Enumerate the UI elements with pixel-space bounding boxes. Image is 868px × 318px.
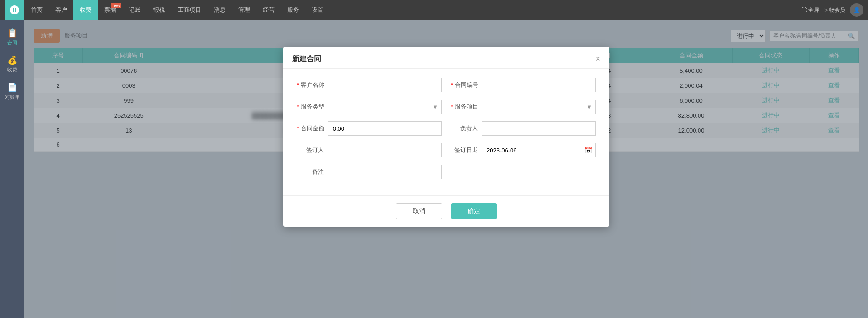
sign-date-wrapper: 📅 xyxy=(482,143,596,157)
sign-date-label: 签订日期 xyxy=(451,146,478,154)
play-icon: ▷ xyxy=(824,7,828,13)
avatar-icon: 👤 xyxy=(854,7,860,13)
modal-close-button[interactable]: × xyxy=(595,54,600,64)
remark-group: 备注 xyxy=(297,165,442,179)
signer-input[interactable] xyxy=(328,143,442,157)
right-tools: ⛶ 全屏 ▷ 畅会员 👤 xyxy=(801,3,863,17)
user-avatar[interactable]: 👤 xyxy=(850,3,863,17)
customer-name-input[interactable] xyxy=(328,78,442,92)
signer-group: 签订人 xyxy=(297,143,442,157)
nav-message[interactable]: 消息 xyxy=(207,0,232,20)
modal-footer: 取消 确定 xyxy=(283,195,609,227)
fullscreen-icon: ⛶ xyxy=(801,7,807,13)
nav-operation[interactable]: 经营 xyxy=(256,0,281,20)
nav-home[interactable]: 首页 xyxy=(24,0,49,20)
modal-body: 客户名称 合同编号 服务类型 xyxy=(283,69,609,195)
modal-overlay: 新建合同 × 客户名称 合同编号 xyxy=(24,20,868,318)
contract-no-label: 合同编号 xyxy=(451,81,478,89)
nav-bookkeeping[interactable]: 记账 xyxy=(122,0,147,20)
new-badge: new xyxy=(111,3,121,8)
sidebar-item-contract[interactable]: 📋 合同 xyxy=(0,24,24,50)
main-layout: 📋 合同 💰 收费 📄 对账单 新增 服务项目 进行中 已结束 全部 xyxy=(0,20,868,318)
service-type-label: 服务类型 xyxy=(297,103,324,111)
contract-amount-input[interactable] xyxy=(328,121,442,136)
fee-icon: 💰 xyxy=(7,55,17,65)
contract-no-input[interactable] xyxy=(482,78,596,92)
contract-amount-group: 合同金额 xyxy=(297,121,442,136)
form-row-3: 合同金额 负责人 xyxy=(297,121,596,136)
service-type-select-wrapper: ▼ xyxy=(328,100,442,114)
remark-input[interactable] xyxy=(328,165,442,179)
new-contract-modal: 新建合同 × 客户名称 合同编号 xyxy=(283,47,609,227)
form-row-1: 客户名称 合同编号 xyxy=(297,78,596,92)
nav-tax[interactable]: 报税 xyxy=(147,0,171,20)
nav-customer[interactable]: 客户 xyxy=(49,0,73,20)
service-item-label: 服务项目 xyxy=(451,103,478,111)
form-row-5: 备注 xyxy=(297,165,596,179)
responsible-label: 负责人 xyxy=(451,124,478,133)
remark-label: 备注 xyxy=(297,168,324,176)
service-type-group: 服务类型 ▼ xyxy=(297,100,442,114)
responsible-input[interactable] xyxy=(482,121,596,136)
nav-items: 首页 客户 收费 票据 new 记账 报税 工商项目 消息 管理 经营 服务 设… xyxy=(24,0,801,20)
sign-date-input[interactable] xyxy=(482,143,596,157)
contract-no-group: 合同编号 xyxy=(451,78,596,92)
sidebar-item-reconcile[interactable]: 📄 对账单 xyxy=(0,79,24,104)
member-button[interactable]: ▷ 畅会员 xyxy=(824,6,845,14)
sign-date-group: 签订日期 📅 xyxy=(451,143,596,157)
service-item-select[interactable] xyxy=(482,100,596,114)
nav-settings[interactable]: 设置 xyxy=(305,0,330,20)
cancel-button[interactable]: 取消 xyxy=(396,203,442,219)
nav-invoice[interactable]: 票据 new xyxy=(98,0,122,20)
modal-title: 新建合同 xyxy=(292,54,321,64)
form-row-2: 服务类型 ▼ 服务项目 xyxy=(297,100,596,114)
contract-icon: 📋 xyxy=(7,28,17,38)
customer-name-label: 客户名称 xyxy=(297,81,324,89)
sidebar-item-fee[interactable]: 💰 收费 xyxy=(0,52,24,77)
signer-label: 签订人 xyxy=(297,146,324,154)
modal-header: 新建合同 × xyxy=(283,47,609,69)
fullscreen-button[interactable]: ⛶ 全屏 xyxy=(801,6,819,14)
reconcile-icon: 📄 xyxy=(7,82,17,92)
app-logo xyxy=(5,0,24,20)
nav-fee[interactable]: 收费 xyxy=(73,0,98,20)
confirm-button[interactable]: 确定 xyxy=(451,203,497,219)
contract-amount-label: 合同金额 xyxy=(297,124,324,133)
customer-name-group: 客户名称 xyxy=(297,78,442,92)
nav-service[interactable]: 服务 xyxy=(281,0,305,20)
nav-business[interactable]: 工商项目 xyxy=(171,0,207,20)
service-item-select-wrapper: ▼ xyxy=(482,100,596,114)
responsible-group: 负责人 xyxy=(451,121,596,136)
nav-manage[interactable]: 管理 xyxy=(232,0,256,20)
content-area: 新增 服务项目 进行中 已结束 全部 🔍 序号 合同编码 ⇅ xyxy=(24,20,868,318)
service-item-group: 服务项目 ▼ xyxy=(451,100,596,114)
sidebar: 📋 合同 💰 收费 📄 对账单 xyxy=(0,20,24,318)
top-navigation: 首页 客户 收费 票据 new 记账 报税 工商项目 消息 管理 经营 服务 设… xyxy=(0,0,868,20)
form-row-4: 签订人 签订日期 📅 xyxy=(297,143,596,157)
service-type-select[interactable] xyxy=(328,100,442,114)
